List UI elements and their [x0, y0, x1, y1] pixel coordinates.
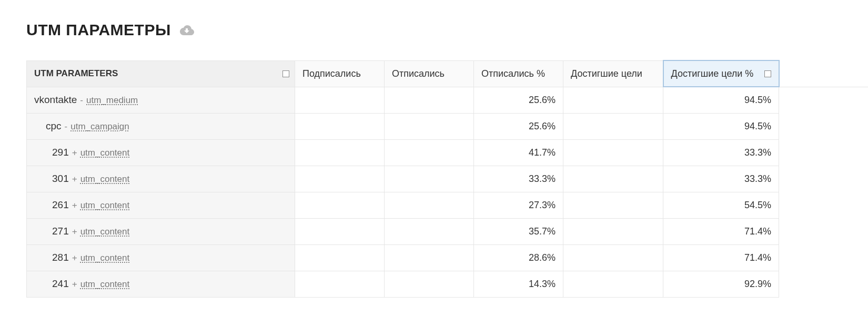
goal-cell	[563, 192, 663, 218]
unsubscribed-cell	[385, 139, 474, 166]
collapse-icon[interactable]: -	[65, 121, 68, 132]
table-row: cpc-utm_campaign25.6%94.5%	[27, 113, 869, 139]
unsubscribed-cell	[385, 166, 474, 192]
goal-pct-cell: 33.3%	[663, 139, 779, 166]
col-header-unsubscribed[interactable]: Отписались	[385, 60, 474, 87]
param-cell[interactable]: 261+utm_content	[27, 192, 295, 218]
param-cell[interactable]: vkontakte-utm_medium	[27, 87, 295, 113]
param-tag-link[interactable]: utm_campaign	[70, 121, 129, 132]
goal-pct-cell: 92.9%	[663, 271, 779, 297]
col-header-unsubscribed-pct[interactable]: Отписались %	[474, 60, 563, 87]
param-cell[interactable]: 301+utm_content	[27, 166, 295, 192]
param-tag-link[interactable]: utm_content	[80, 279, 130, 290]
goal-pct-cell: 71.4%	[663, 218, 779, 244]
col-header-label: Отписались	[392, 68, 445, 79]
col-header-label: Достигшие цели	[571, 68, 642, 79]
goal-pct-cell: 94.5%	[663, 87, 779, 113]
param-name: vkontakte	[34, 94, 77, 106]
col-header-label: Достигшие цели %	[671, 68, 754, 79]
col-header-spacer	[779, 60, 869, 87]
param-name: 241	[52, 278, 69, 290]
goal-cell	[563, 218, 663, 244]
expand-icon[interactable]: +	[72, 200, 77, 211]
table-row: 271+utm_content35.7%71.4%	[27, 218, 869, 244]
col-header-subscribed[interactable]: Подписались	[295, 60, 385, 87]
unsubscribed-cell	[385, 87, 474, 113]
unsubscribed-pct-cell: 28.6%	[474, 244, 563, 271]
unsubscribed-cell	[385, 192, 474, 218]
column-checkbox-icon[interactable]	[764, 70, 771, 77]
param-cell[interactable]: 291+utm_content	[27, 139, 295, 166]
spacer-cell	[779, 271, 869, 297]
expand-icon[interactable]: +	[72, 253, 77, 263]
expand-icon[interactable]: +	[72, 279, 77, 290]
spacer-cell	[779, 218, 869, 244]
page-header: UTM ПАРАМЕТРЫ	[26, 21, 842, 39]
goal-cell	[563, 244, 663, 271]
unsubscribed-pct-cell: 41.7%	[474, 139, 563, 166]
expand-icon[interactable]: +	[72, 148, 77, 158]
unsubscribed-pct-cell: 25.6%	[474, 113, 563, 139]
param-cell[interactable]: 271+utm_content	[27, 218, 295, 244]
table-row: 291+utm_content41.7%33.3%	[27, 139, 869, 166]
param-cell[interactable]: 241+utm_content	[27, 271, 295, 297]
param-name: 281	[52, 252, 69, 263]
goal-pct-cell: 94.5%	[663, 113, 779, 139]
column-checkbox-icon[interactable]	[282, 70, 289, 77]
spacer-cell	[779, 139, 869, 166]
goal-pct-cell: 33.3%	[663, 166, 779, 192]
page-title: UTM ПАРАМЕТРЫ	[26, 21, 171, 39]
table-header-row: UTM PARAMETERS Подписались Отписались От…	[27, 60, 869, 87]
col-header-goal-reached[interactable]: Достигшие цели	[563, 60, 663, 87]
param-tag-link[interactable]: utm_content	[80, 174, 130, 185]
param-tag-link[interactable]: utm_content	[80, 148, 130, 158]
param-name: 291	[52, 147, 69, 158]
goal-pct-cell: 71.4%	[663, 244, 779, 271]
param-cell[interactable]: cpc-utm_campaign	[27, 113, 295, 139]
unsubscribed-cell	[385, 218, 474, 244]
unsubscribed-cell	[385, 244, 474, 271]
subscribed-cell	[295, 87, 385, 113]
utm-table: UTM PARAMETERS Подписались Отписались От…	[26, 60, 868, 298]
goal-cell	[563, 139, 663, 166]
spacer-cell	[779, 166, 869, 192]
table-row: vkontakte-utm_medium25.6%94.5%	[27, 87, 869, 113]
subscribed-cell	[295, 192, 385, 218]
unsubscribed-pct-cell: 35.7%	[474, 218, 563, 244]
param-tag-link[interactable]: utm_content	[80, 200, 130, 211]
table-row: 281+utm_content28.6%71.4%	[27, 244, 869, 271]
spacer-cell	[779, 87, 869, 113]
expand-icon[interactable]: +	[72, 227, 77, 237]
subscribed-cell	[295, 113, 385, 139]
unsubscribed-pct-cell: 27.3%	[474, 192, 563, 218]
param-name: 271	[52, 226, 69, 237]
spacer-cell	[779, 113, 869, 139]
spacer-cell	[779, 244, 869, 271]
param-tag-link[interactable]: utm_content	[80, 227, 130, 237]
col-header-label: Отписались %	[481, 68, 545, 79]
unsubscribed-pct-cell: 14.3%	[474, 271, 563, 297]
col-header-label: UTM PARAMETERS	[34, 68, 118, 79]
param-tag-link[interactable]: utm_medium	[86, 95, 138, 106]
unsubscribed-cell	[385, 113, 474, 139]
param-name: 301	[52, 173, 69, 185]
param-cell[interactable]: 281+utm_content	[27, 244, 295, 271]
subscribed-cell	[295, 271, 385, 297]
collapse-icon[interactable]: -	[80, 95, 83, 106]
subscribed-cell	[295, 244, 385, 271]
expand-icon[interactable]: +	[72, 174, 77, 185]
table-row: 241+utm_content14.3%92.9%	[27, 271, 869, 297]
param-name: 261	[52, 199, 69, 211]
col-header-label: Подписались	[302, 68, 361, 79]
param-tag-link[interactable]: utm_content	[80, 253, 130, 263]
subscribed-cell	[295, 218, 385, 244]
col-header-utm-parameters[interactable]: UTM PARAMETERS	[27, 60, 295, 87]
col-header-goal-reached-pct[interactable]: Достигшие цели %	[663, 60, 779, 87]
subscribed-cell	[295, 166, 385, 192]
download-icon[interactable]	[178, 24, 195, 36]
spacer-cell	[779, 192, 869, 218]
table-row: 301+utm_content33.3%33.3%	[27, 166, 869, 192]
goal-pct-cell: 54.5%	[663, 192, 779, 218]
unsubscribed-cell	[385, 271, 474, 297]
goal-cell	[563, 87, 663, 113]
